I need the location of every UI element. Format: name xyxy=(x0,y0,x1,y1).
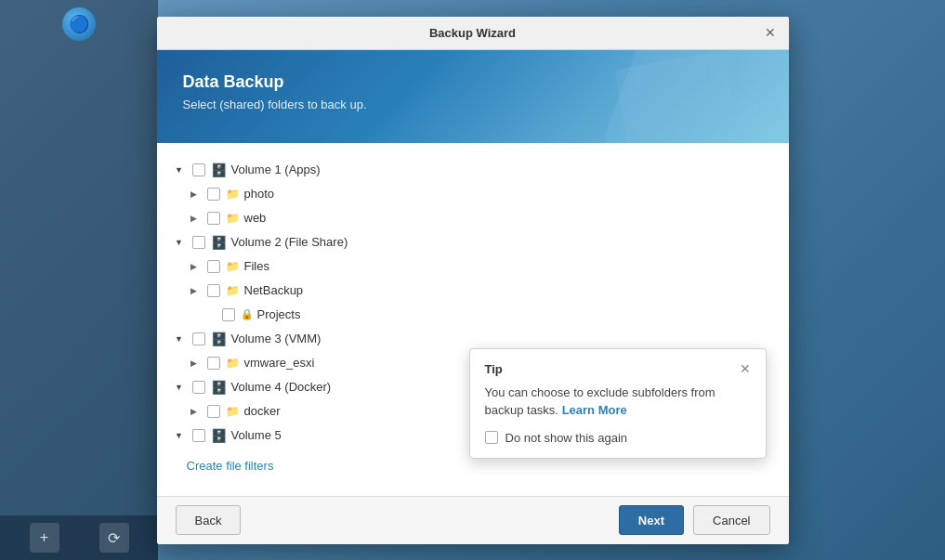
label-vol5: Volume 5 xyxy=(231,428,282,442)
volume-icon-vol3: 🗄️ xyxy=(211,332,227,346)
checkbox-vmware[interactable] xyxy=(207,357,220,370)
expander-photo[interactable]: ▶ xyxy=(187,187,202,202)
bottom-bar: + ⟳ xyxy=(0,515,158,560)
expander-vol4[interactable]: ▼ xyxy=(172,380,187,395)
tree-item-files[interactable]: ▶ 📁 Files xyxy=(187,254,774,279)
dialog-title: Backup Wizard xyxy=(183,26,763,40)
learn-more-link[interactable]: Learn More xyxy=(562,403,627,417)
checkbox-photo[interactable] xyxy=(207,188,220,201)
checkbox-web[interactable] xyxy=(207,212,220,225)
tree-item-vol2[interactable]: ▼ 🗄️ Volume 2 (File Share) xyxy=(172,230,774,254)
tip-footer: Do not show this again xyxy=(485,431,751,445)
volume-icon-vol4: 🗄️ xyxy=(211,380,227,395)
volume-icon-vol5: 🗄️ xyxy=(211,428,227,443)
dont-show-label: Do not show this again xyxy=(505,431,628,445)
backup-wizard-dialog: Backup Wizard ✕ Data Backup Select (shar… xyxy=(157,17,789,544)
expander-vol5[interactable]: ▼ xyxy=(172,428,187,443)
expander-files[interactable]: ▶ xyxy=(187,259,202,274)
desktop: 🔵 + ⟳ Backup Wizard ✕ Data Backup Select… xyxy=(0,0,945,560)
label-vol3: Volume 3 (VMM) xyxy=(231,332,322,345)
back-button[interactable]: Back xyxy=(176,505,242,535)
next-button[interactable]: Next xyxy=(619,505,684,535)
expander-vmware[interactable]: ▶ xyxy=(187,356,202,371)
folder-icon-netbackup: 📁 xyxy=(226,284,240,297)
tree-item-netbackup[interactable]: ▶ 📁 NetBackup xyxy=(187,279,774,303)
checkbox-netbackup[interactable] xyxy=(207,284,220,297)
label-web: web xyxy=(244,211,267,225)
tip-title: Tip xyxy=(485,362,503,376)
app-icon[interactable]: 🔵 xyxy=(62,7,96,41)
checkbox-vol1[interactable] xyxy=(192,163,205,176)
folder-icon-photo: 📁 xyxy=(226,188,240,201)
right-buttons: Next Cancel xyxy=(619,505,770,535)
lock-icon-projects: 🔒 xyxy=(241,308,254,320)
cancel-button[interactable]: Cancel xyxy=(693,505,769,535)
expander-web[interactable]: ▶ xyxy=(187,211,202,226)
folder-icon-files: 📁 xyxy=(226,260,240,273)
tree-item-vol3[interactable]: ▼ 🗄️ Volume 3 (VMM) xyxy=(172,327,774,351)
folder-icon-web: 📁 xyxy=(226,212,240,225)
label-vol2: Volume 2 (File Share) xyxy=(231,235,348,249)
expander-docker[interactable]: ▶ xyxy=(187,404,202,419)
banner-title: Data Backup xyxy=(183,72,763,92)
checkbox-files[interactable] xyxy=(207,260,220,273)
checkbox-docker[interactable] xyxy=(207,405,220,418)
create-filters-link[interactable]: Create file filters xyxy=(187,459,274,473)
label-vol4: Volume 4 (Docker) xyxy=(231,380,332,394)
label-files: Files xyxy=(244,259,269,273)
footer-bar: Back Next Cancel xyxy=(157,496,789,544)
taskbar: 🔵 + ⟳ xyxy=(0,0,158,560)
folder-tree[interactable]: ▼ 🗄️ Volume 1 (Apps) ▶ 📁 photo ▶ 📁 xyxy=(157,143,789,496)
content-area: ▼ 🗄️ Volume 1 (Apps) ▶ 📁 photo ▶ 📁 xyxy=(157,143,789,496)
tree-item-vol1[interactable]: ▼ 🗄️ Volume 1 (Apps) xyxy=(172,158,774,182)
checkbox-vol4[interactable] xyxy=(192,381,205,394)
label-photo: photo xyxy=(244,187,275,201)
dont-show-checkbox[interactable] xyxy=(485,431,498,444)
history-button[interactable]: ⟳ xyxy=(99,523,129,553)
tree-item-photo[interactable]: ▶ 📁 photo xyxy=(187,182,774,206)
tip-header: Tip ✕ xyxy=(485,362,751,376)
label-netbackup: NetBackup xyxy=(244,283,304,297)
folder-icon-vmware: 📁 xyxy=(226,357,240,370)
label-projects: Projects xyxy=(257,307,301,321)
label-vmware: vmware_esxi xyxy=(244,356,315,370)
tree-item-web[interactable]: ▶ 📁 web xyxy=(187,206,774,230)
volume-icon-vol2: 🗄️ xyxy=(211,235,227,250)
title-bar: Backup Wizard ✕ xyxy=(157,17,789,50)
label-vol1: Volume 1 (Apps) xyxy=(231,163,321,176)
label-docker: docker xyxy=(244,404,281,418)
banner-subtitle: Select (shared) folders to back up. xyxy=(183,98,763,111)
checkbox-vol3[interactable] xyxy=(192,332,205,345)
header-banner: Data Backup Select (shared) folders to b… xyxy=(157,50,789,143)
tip-popup: Tip ✕ You can choose to exclude subfolde… xyxy=(469,348,767,459)
tip-close-button[interactable]: ✕ xyxy=(740,362,751,375)
checkbox-vol2[interactable] xyxy=(192,236,205,249)
add-button[interactable]: + xyxy=(30,523,59,553)
folder-icon-docker: 📁 xyxy=(226,405,240,418)
expander-vol3[interactable]: ▼ xyxy=(172,332,187,346)
tip-body: You can choose to exclude subfolders fro… xyxy=(485,384,751,420)
volume-icon: 🗄️ xyxy=(211,163,227,177)
expander-vol1[interactable]: ▼ xyxy=(172,163,187,177)
tree-item-projects[interactable]: ▶ 🔒 Projects xyxy=(202,303,774,327)
checkbox-projects[interactable] xyxy=(222,308,235,321)
expander-netbackup[interactable]: ▶ xyxy=(187,283,202,298)
checkbox-vol5[interactable] xyxy=(192,429,205,442)
expander-vol2[interactable]: ▼ xyxy=(172,235,187,250)
close-button[interactable]: ✕ xyxy=(763,25,778,40)
